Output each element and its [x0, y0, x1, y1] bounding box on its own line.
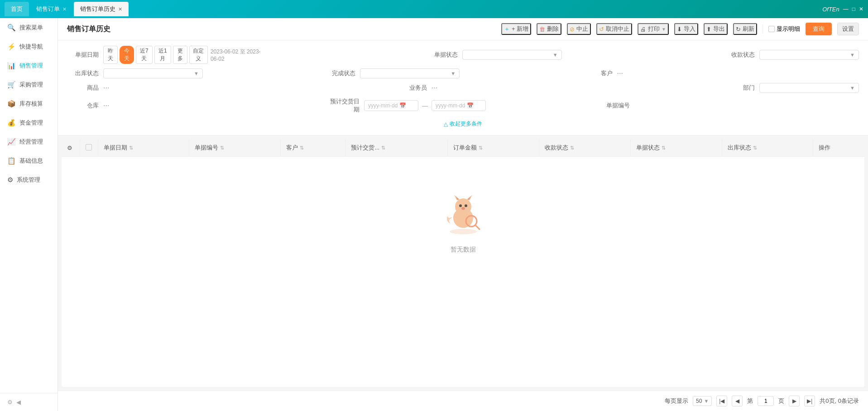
import-button[interactable]: ⬇ 导入 [674, 23, 698, 35]
sidebar-search[interactable]: 🔍 搜索菜单 [0, 18, 58, 37]
date-btn-today[interactable]: 今天 [120, 46, 134, 64]
order-no-label: 单据编号 [598, 102, 634, 110]
th-date: 单据日期 ⇅ [98, 139, 189, 157]
th-order-status-sort[interactable]: ⇅ [662, 145, 666, 151]
th-action: 操作 [813, 139, 864, 157]
query-button[interactable]: 查询 [806, 23, 832, 35]
tab-sales-order-close[interactable]: ✕ [62, 6, 67, 12]
filter-row-2: 出库状态 ▼ 完成状态 ▼ 客户 ··· [67, 68, 859, 78]
sidebar-item-finance[interactable]: 💰 资金管理 [0, 113, 58, 132]
sidebar-item-inventory[interactable]: 📦 库存核算 [0, 94, 58, 113]
display-detail-checkbox-label[interactable]: 显示明细 [768, 25, 800, 33]
th-out-status-sort[interactable]: ⇅ [753, 145, 757, 151]
expected-from-input[interactable]: yyyy-mm-dd 📅 [364, 100, 418, 111]
th-pay-status-sort[interactable]: ⇅ [570, 145, 574, 151]
svg-point-8 [465, 204, 467, 207]
th-amount-sort[interactable]: ⇅ [479, 145, 483, 151]
cal-icon-from: 📅 [399, 102, 406, 109]
print-button[interactable]: 🖨 打印 ▼ [638, 23, 669, 35]
export-button[interactable]: ⬆ 导出 [704, 23, 728, 35]
complete-status-select[interactable]: ▼ [360, 68, 460, 78]
window-maximize[interactable]: □ [852, 6, 855, 12]
department-select[interactable]: ▼ [759, 83, 859, 93]
window-minimize[interactable]: — [843, 6, 849, 12]
date-btn-7days[interactable]: 近7天 [136, 46, 153, 64]
refresh-button[interactable]: ↻ 刷新 [733, 23, 757, 35]
date-btn-yesterday[interactable]: 昨天 [103, 46, 118, 64]
tab-sales-order-history[interactable]: 销售订单历史 ✕ [74, 2, 129, 16]
per-page-arrow: ▼ [704, 398, 709, 404]
sidebar-inventory-label: 库存核算 [19, 100, 43, 108]
sidebar-settings-icon[interactable]: ⚙ [7, 399, 13, 406]
date-btn-custom[interactable]: 自定义 [189, 46, 208, 64]
stop-icon: ⊘ [570, 26, 575, 33]
page-last-btn[interactable]: ▶| [804, 396, 815, 406]
total-label: 共0页, 0条记录 [820, 397, 859, 405]
sidebar-collapse-icon[interactable]: ◀ [16, 399, 21, 406]
department-arrow: ▼ [850, 85, 855, 91]
settings-button[interactable]: 设置 [837, 23, 859, 35]
th-settings[interactable]: ⚙ [62, 139, 80, 157]
window-close[interactable]: ✕ [859, 6, 863, 12]
order-status-label: 单据状态 [426, 51, 462, 59]
th-customer: 客户 ⇅ [280, 139, 345, 157]
order-status-select[interactable]: ▼ [462, 50, 562, 60]
sidebar-item-operations[interactable]: 📈 经营管理 [0, 132, 58, 151]
pay-status-select[interactable]: ▼ [759, 50, 859, 60]
sidebar-quick-nav-label: 快捷导航 [19, 43, 43, 51]
page-prev-btn[interactable]: ◀ [732, 396, 743, 406]
th-out-status: 出库状态 ⇅ [722, 139, 813, 157]
page-first-btn[interactable]: |◀ [716, 396, 727, 406]
outbound-select[interactable]: ▼ [103, 68, 203, 78]
th-pay-status-label: 收款状态 [545, 144, 568, 152]
product-dots[interactable]: ··· [103, 84, 109, 92]
tab-home[interactable]: 首页 [5, 2, 29, 16]
collapse-label: 收起更多条件 [450, 120, 482, 128]
cancel-stop-button[interactable]: ↺ 取消中止 [596, 23, 632, 35]
new-button[interactable]: ＋ + 新增 [501, 23, 531, 35]
stop-button[interactable]: ⊘ 中止 [567, 23, 591, 35]
sales-mgmt-icon: 📊 [7, 62, 16, 70]
th-order-status-label: 单据状态 [636, 144, 660, 152]
filter-row-1: 单据日期 昨天 今天 近7天 近1月 更多 自定义 2023-06-02 至 2… [67, 46, 859, 64]
header-checkbox[interactable] [86, 144, 92, 150]
expected-to-input[interactable]: yyyy-mm-dd 📅 [432, 100, 486, 111]
content-area: 销售订单历史 ＋ + 新增 🗑 删除 ⊘ 中止 ↺ 取消中止 [58, 18, 868, 411]
date-btn-more[interactable]: 更多 [173, 46, 187, 64]
th-customer-sort[interactable]: ⇅ [300, 145, 304, 151]
display-detail-checkbox[interactable] [768, 26, 775, 32]
table-area: ⚙ 单据日期 ⇅ 单据编号 [62, 139, 864, 387]
outbound-arrow: ▼ [194, 71, 199, 76]
date-btn-1month[interactable]: 近1月 [154, 46, 171, 64]
tab-sales-order[interactable]: 销售订单 ✕ [30, 2, 73, 16]
page-input[interactable] [758, 396, 774, 406]
table-body: 暂无数据 [62, 157, 864, 290]
tab-sales-order-history-close[interactable]: ✕ [118, 6, 122, 12]
sidebar-item-purchase-mgmt[interactable]: 🛒 采购管理 [0, 75, 58, 94]
salesperson-dots[interactable]: ··· [432, 84, 437, 92]
page-label: 第 [747, 397, 753, 405]
warehouse-label: 仓库 [67, 102, 103, 110]
per-page-select[interactable]: 50 ▼ [693, 396, 712, 406]
sidebar-item-sales-mgmt[interactable]: 📊 销售管理 [0, 56, 58, 75]
warehouse-dots[interactable]: ··· [103, 102, 109, 110]
th-no-sort[interactable]: ⇅ [220, 145, 224, 151]
th-expected-sort[interactable]: ⇅ [381, 145, 385, 151]
empty-state-row: 暂无数据 [62, 157, 864, 290]
page-title: 销售订单历史 [67, 24, 110, 34]
collapse-btn[interactable]: △ 收起更多条件 [67, 118, 859, 130]
svg-point-12 [447, 213, 452, 218]
page-header: 销售订单历史 ＋ + 新增 🗑 删除 ⊘ 中止 ↺ 取消中止 [58, 18, 868, 40]
sidebar-item-basic-info[interactable]: 📋 基础信息 [0, 151, 58, 170]
sidebar-item-quick-nav[interactable]: ⚡ 快捷导航 [0, 37, 58, 56]
empty-illustration [441, 193, 486, 238]
page-next-btn[interactable]: ▶ [789, 396, 800, 406]
system-icon: ⚙ [7, 176, 13, 184]
sidebar-operations-label: 经营管理 [19, 138, 43, 146]
sidebar-item-system[interactable]: ⚙ 系统管理 [0, 170, 58, 189]
th-date-sort[interactable]: ⇅ [129, 145, 133, 151]
customer-dots[interactable]: ··· [617, 69, 623, 77]
th-checkbox[interactable] [80, 139, 98, 157]
delete-button[interactable]: 🗑 删除 [537, 23, 561, 35]
inventory-icon: 📦 [7, 100, 16, 108]
